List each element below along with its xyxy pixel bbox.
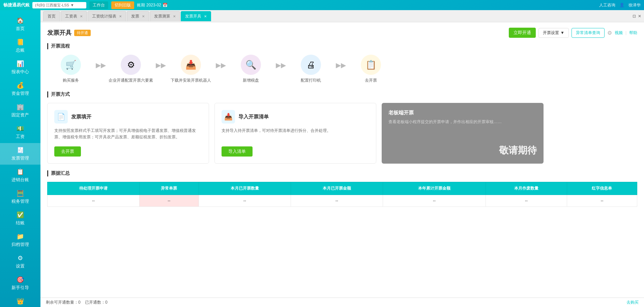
period-label: 账期 <box>137 2 145 8</box>
sidebar-item-畅会员[interactable]: 👑 畅会员 <box>0 294 40 307</box>
flow-step-emoji-1: ⚙ <box>127 60 135 70</box>
sidebar-item-工资[interactable]: 💵 工资 <box>0 121 40 143</box>
customer-service[interactable]: 人工咨询 <box>599 2 615 8</box>
flow-step-icon-5: 📋 <box>361 55 381 75</box>
summary-col-2: 本月已开票数量 <box>199 182 291 195</box>
tab-label-5: 发票开具 <box>185 13 201 19</box>
sidebar-icon-9: ✅ <box>17 211 24 219</box>
period-value: 2023-02 <box>146 3 161 7</box>
sidebar-item-首页[interactable]: 🏠 首页 <box>0 13 40 35</box>
invoice-methods: 📄 发票填开 支持按照发票样式手工填写开发票；可开具增值税电子普通发票、增值税普… <box>47 103 637 164</box>
sidebar-icon-11: ⚙ <box>18 254 23 262</box>
flow-arrow-0: ▶▶ <box>96 61 106 69</box>
summary-val-5: -- <box>486 195 567 207</box>
sidebar-item-归档管理[interactable]: 📁 归档管理 <box>0 229 40 251</box>
top-bar-right: 人工咨询 👤 徐泽华 <box>599 2 641 8</box>
video-label[interactable]: 视频 <box>615 30 623 36</box>
fill-invoice-icon: 📄 <box>57 113 65 121</box>
sidebar-item-总账[interactable]: 📒 总账 <box>0 35 40 57</box>
card2-icon: 📥 <box>222 110 235 123</box>
company-selector[interactable]: (勾到) 江西服宝-LSS ▼ <box>32 2 86 8</box>
summary-col-6: 红字信息单 <box>567 182 637 195</box>
opened-label: 已开通数：0 <box>85 300 108 305</box>
import-invoice-card: 📥 导入开票清单 支持导入待开票清单，可对待开票清单进行拆分、合并处理。 导入清… <box>214 103 376 164</box>
tab-close-2[interactable]: ✕ <box>119 15 122 18</box>
flow-step-emoji-2: 📥 <box>185 60 196 70</box>
tab-close-3[interactable]: ✕ <box>142 15 145 18</box>
bottom-info: 剩余可开通数量：0 已开通数：0 <box>46 300 108 305</box>
card1-header: 📄 发票填开 <box>54 110 202 123</box>
close-all-icon[interactable]: ✕ <box>638 14 641 19</box>
flow-arrow-1: ▶▶ <box>156 61 166 69</box>
remaining-label: 剩余可开通数量：0 <box>46 300 81 305</box>
import-list-button[interactable]: 导入清单 <box>222 146 253 157</box>
tab-close-4[interactable]: ✕ <box>173 15 176 18</box>
sidebar-item-进销台账[interactable]: 📋 进销台账 <box>0 165 40 186</box>
sidebar: 🏠 首页📒 总账📊 报表中心💰 资金管理🏢 固定资产💵 工资🧾 发票管理📋 进销… <box>0 10 40 307</box>
sidebar-item-税务管理[interactable]: 🧮 税务管理 <box>0 186 40 208</box>
sidebar-icon-1: 📒 <box>17 38 24 46</box>
tab-首页[interactable]: 首页 <box>43 11 60 21</box>
tab-label-4: 发票测算 <box>154 13 170 19</box>
summary-val-6: -- <box>567 195 637 207</box>
flow-step-label-3: 新增税盘 <box>243 78 259 83</box>
sidebar-label-6: 发票管理 <box>11 155 29 161</box>
flow-step-emoji-4: 🖨 <box>306 60 315 70</box>
flow-step-label-2: 下载并安装开票机器人 <box>171 78 211 83</box>
tab-close-5[interactable]: ✕ <box>204 15 207 18</box>
sidebar-icon-8: 🧮 <box>17 190 24 197</box>
tab-工资统计报表[interactable]: 工资统计报表✕ <box>88 11 126 21</box>
immediate-open-button[interactable]: 立即开通 <box>509 28 536 38</box>
import-invoice-icon: 📥 <box>224 113 233 121</box>
sidebar-item-报表中心[interactable]: 📊 报表中心 <box>0 57 40 78</box>
goto-buy-link[interactable]: 去购买 <box>626 300 639 305</box>
summary-col-1: 异常单票 <box>140 182 199 195</box>
sidebar-item-发票管理[interactable]: 🧾 发票管理 <box>0 143 40 165</box>
sidebar-item-固定资产[interactable]: 🏢 固定资产 <box>0 100 40 121</box>
main-layout: 🏠 首页📒 总账📊 报表中心💰 资金管理🏢 固定资产💵 工资🧾 发票管理📋 进销… <box>0 10 644 307</box>
summary-section: 票据汇总 待处理开票申请异常单票本月已开票数量本月已开票金额本年累计开票金额本月… <box>47 170 637 207</box>
abnormal-query-button[interactable]: 异常清单查询 <box>572 28 605 38</box>
tab-发票[interactable]: 发票✕ <box>127 11 149 21</box>
card1-title: 发票填开 <box>71 114 91 120</box>
tab-发票测算[interactable]: 发票测算✕ <box>150 11 180 21</box>
summary-col-3: 本月已开票金额 <box>291 182 383 195</box>
sidebar-icon-6: 🧾 <box>17 146 24 154</box>
sidebar-label-4: 固定资产 <box>11 112 29 118</box>
sidebar-label-10: 归档管理 <box>11 242 29 248</box>
flow-step-label-5: 去开票 <box>365 78 377 83</box>
dropdown-icon: ▼ <box>70 3 74 7</box>
settings-circle-icon[interactable]: ⚙ <box>607 30 612 36</box>
sidebar-item-新手引导[interactable]: 🎯 新手引导 <box>0 273 40 294</box>
restore-icon[interactable]: ⊡ <box>633 14 636 19</box>
old-version-button[interactable]: 切到旧版 <box>111 1 134 9</box>
flow-arrow-3: ▶▶ <box>276 61 286 69</box>
divider: | <box>625 30 626 35</box>
flow-step-label-0: 购买服务 <box>63 78 79 83</box>
settings-button[interactable]: 开票设置 ▼ <box>538 28 569 38</box>
sidebar-label-8: 税务管理 <box>11 198 29 204</box>
workspace-button[interactable]: 工作台 <box>89 1 109 9</box>
tab-bar: 首页工资表✕工资统计报表✕发票✕发票测算✕发票开具✕ ⊡ ✕ <box>40 10 644 22</box>
page-header-actions: 立即开通 开票设置 ▼ 异常清单查询 ⚙ 视频 | 帮助 <box>509 28 637 38</box>
tab-工资表[interactable]: 工资表✕ <box>61 11 87 21</box>
flow-step-0: 🛒 购买服务 <box>47 55 94 83</box>
user-name: 徐泽华 <box>628 2 641 8</box>
help-area: ⚙ 视频 | 帮助 <box>607 30 637 36</box>
calendar-icon[interactable]: 📅 <box>163 3 168 7</box>
page-header: 发票开具 待开通 立即开通 开票设置 ▼ 异常清单查询 ⚙ 视频 | 帮助 <box>47 28 637 38</box>
user-avatar: 👤 <box>619 3 624 7</box>
summary-val-1: -- <box>140 195 199 207</box>
flow-step-icon-0: 🛒 <box>61 55 81 75</box>
sidebar-item-结账[interactable]: ✅ 结账 <box>0 208 40 229</box>
sidebar-item-资金管理[interactable]: 💰 资金管理 <box>0 78 40 100</box>
summary-col-0: 待处理开票申请 <box>48 182 140 195</box>
sidebar-label-7: 进销台账 <box>11 177 29 183</box>
help-label[interactable]: 帮助 <box>629 30 637 36</box>
go-invoice-button[interactable]: 去开票 <box>54 146 81 157</box>
tab-close-1[interactable]: ✕ <box>80 15 83 18</box>
sidebar-item-设置[interactable]: ⚙ 设置 <box>0 251 40 273</box>
coming-soon-text: 敬请期待 <box>499 144 537 157</box>
tab-发票开具[interactable]: 发票开具✕ <box>181 11 211 21</box>
top-bar-left: 畅捷通易代账 (勾到) 江西服宝-LSS ▼ 工作台 切到旧版 账期 2023-… <box>3 1 168 9</box>
